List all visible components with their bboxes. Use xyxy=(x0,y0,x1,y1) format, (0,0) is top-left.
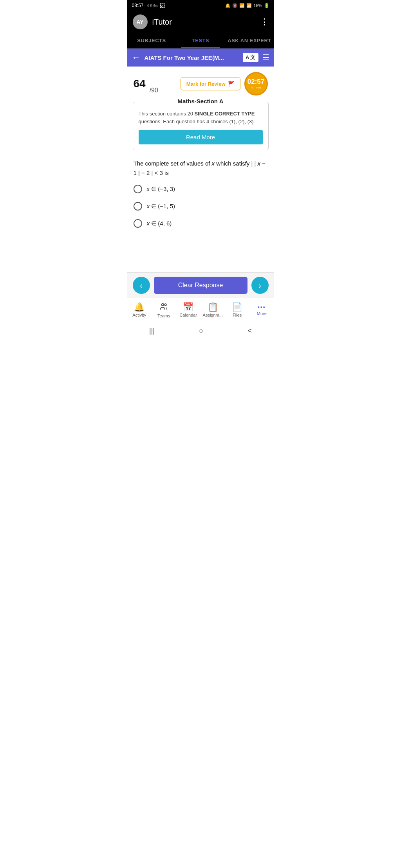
option-b[interactable]: x ∈ (−1, 5) xyxy=(134,202,268,211)
photo-icon: 🖼 xyxy=(160,3,165,9)
next-icon: › xyxy=(258,281,261,290)
more-icon: ••• xyxy=(258,304,266,310)
tab-subjects[interactable]: SUBJECTS xyxy=(127,33,176,48)
svg-point-1 xyxy=(165,304,167,306)
assignments-icon: 📋 xyxy=(208,303,218,312)
home-button[interactable]: ○ xyxy=(199,327,203,335)
calendar-icon: 📅 xyxy=(183,303,193,312)
nav-more[interactable]: ••• More xyxy=(249,298,274,322)
flag-icon: 🚩 xyxy=(228,81,235,87)
teams-label: Teams xyxy=(157,313,170,318)
section-title-wrap: Maths-Section A xyxy=(174,98,228,105)
question-total: /90 xyxy=(150,87,158,94)
kb-label: 8 KB/s xyxy=(147,4,158,8)
prev-icon: ‹ xyxy=(140,281,143,290)
activity-label: Activity xyxy=(132,313,146,317)
mark-review-button[interactable]: Mark for Review 🚩 xyxy=(181,77,240,90)
tab-tests[interactable]: TESTS xyxy=(176,33,225,48)
battery-icon: 🔋 xyxy=(264,3,269,8)
min-label: min xyxy=(256,86,261,89)
options-list: x ∈ (−3, 3) x ∈ (−1, 5) x ∈ (4, 6) xyxy=(134,185,268,228)
tabs-bar: SUBJECTS TESTS ASK AN EXPERT xyxy=(127,33,274,49)
teams-icon xyxy=(159,302,168,312)
system-nav: ||| ○ < xyxy=(127,322,274,339)
nav-teams[interactable]: Teams xyxy=(152,298,176,322)
timer-circle: 02:57 hr min xyxy=(244,72,268,95)
signal-icon: 📶 xyxy=(246,3,252,8)
files-icon: 📄 xyxy=(232,303,242,312)
hamburger-menu[interactable]: ☰ xyxy=(262,53,269,62)
avatar: AY xyxy=(133,14,148,29)
bottom-nav: 🔔 Activity Teams 📅 Calendar 📋 Assignm...… xyxy=(127,298,274,322)
nav-files[interactable]: 📄 Files xyxy=(225,298,250,322)
prev-button[interactable]: ‹ xyxy=(133,277,150,294)
question-row: 64 /90 Mark for Review 🚩 02:57 hr min xyxy=(127,67,274,99)
nav-assignments[interactable]: 📋 Assignm... xyxy=(200,298,225,322)
status-right: 🔔 🔇 📶 📶 18% 🔋 xyxy=(225,3,269,8)
tab-ask-expert[interactable]: ASK AN EXPERT xyxy=(225,33,274,48)
app-bar: AY iTutor ⋮ xyxy=(127,11,274,33)
status-left: 08:57 8 KB/s 🖼 xyxy=(132,3,165,9)
radio-a[interactable] xyxy=(134,185,142,193)
radio-c[interactable] xyxy=(134,219,142,228)
more-vert-button[interactable]: ⋮ xyxy=(260,17,269,27)
clear-response-button[interactable]: Clear Response xyxy=(154,277,247,294)
language-toggle[interactable]: A 文 xyxy=(243,53,258,62)
activity-icon: 🔔 xyxy=(134,303,145,312)
question-number: 64 xyxy=(134,77,146,90)
svg-point-0 xyxy=(162,304,164,306)
time-label: 08:57 xyxy=(132,3,144,8)
assignments-label: Assignm... xyxy=(203,313,223,317)
section-description: This section contains 20 SINGLE CORRECT … xyxy=(139,110,263,125)
status-bar: 08:57 8 KB/s 🖼 🔔 🔇 📶 📶 18% 🔋 xyxy=(127,0,274,11)
timer-time: 02:57 xyxy=(247,78,264,86)
nav-calendar[interactable]: 📅 Calendar xyxy=(176,298,201,322)
mute-icon: 🔇 xyxy=(232,3,238,8)
navigation-bar: ‹ Clear Response › xyxy=(127,272,274,298)
radio-b[interactable] xyxy=(134,202,142,211)
app-title: iTutor xyxy=(152,18,255,27)
read-more-button[interactable]: Read More xyxy=(139,130,263,144)
timer-labels: hr min xyxy=(251,86,261,89)
back-sys-button[interactable]: < xyxy=(247,327,252,335)
section-box: Maths-Section A This section contains 20… xyxy=(133,102,269,150)
exam-title: AIATS For Two Year JEE(M... xyxy=(145,54,239,61)
section-title: Maths-Section A xyxy=(178,98,224,104)
nav-activity[interactable]: 🔔 Activity xyxy=(127,298,152,322)
exam-header: ← AIATS For Two Year JEE(M... A 文 ☰ xyxy=(127,49,274,67)
back-button[interactable]: ← xyxy=(132,52,141,63)
more-label: More xyxy=(257,311,267,316)
alarm-icon: 🔔 xyxy=(225,3,231,8)
option-c-text: x ∈ (4, 6) xyxy=(147,220,172,227)
option-a-text: x ∈ (−3, 3) xyxy=(147,185,175,193)
wifi-icon: 📶 xyxy=(239,3,245,8)
option-a[interactable]: x ∈ (−3, 3) xyxy=(134,185,268,193)
question-area: The complete set of values of x which sa… xyxy=(127,155,274,233)
option-c[interactable]: x ∈ (4, 6) xyxy=(134,219,268,228)
next-button[interactable]: › xyxy=(251,277,269,294)
files-label: Files xyxy=(233,313,242,317)
option-b-text: x ∈ (−1, 5) xyxy=(147,203,175,210)
recent-apps-button[interactable]: ||| xyxy=(149,327,155,335)
mark-review-label: Mark for Review xyxy=(186,81,226,87)
question-text: The complete set of values of x which sa… xyxy=(134,159,268,178)
calendar-label: Calendar xyxy=(179,313,197,317)
battery-label: 18% xyxy=(253,3,262,8)
hr-label: hr xyxy=(251,86,253,89)
